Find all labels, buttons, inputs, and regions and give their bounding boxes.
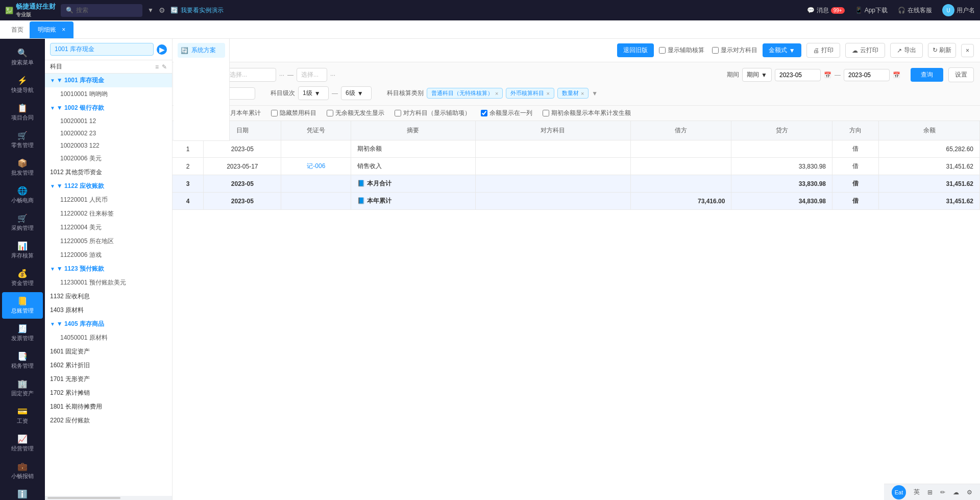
sidebar-item-inventory[interactable]: 📊 库存核算: [2, 237, 43, 264]
query-button[interactable]: 查询: [911, 68, 943, 82]
app-download-tool[interactable]: 📱 App下载: [855, 6, 888, 15]
search-dropdown-icon[interactable]: ▼: [148, 7, 154, 14]
tab-home[interactable]: 首页: [5, 21, 30, 38]
tree-item-1405[interactable]: ▼ 1405 库存商品: [45, 317, 172, 331]
tree-item-11220001[interactable]: 11220001 人民币: [45, 193, 172, 207]
style-button[interactable]: 金额式 ▼: [763, 43, 801, 57]
sidebar-item-retail[interactable]: 🛒 零售管理: [2, 127, 43, 153]
cell-voucher[interactable]: 记-006: [281, 158, 351, 175]
eat-button-area[interactable]: Eat: [892, 485, 906, 499]
tree-scrollbar[interactable]: [45, 496, 172, 500]
tree-item-1403[interactable]: 1403 原材料: [45, 303, 172, 317]
subject-type-dropdown[interactable]: ▼: [592, 90, 598, 97]
tab-detail-ledger[interactable]: 明细账 ×: [30, 21, 74, 38]
tree-item-1601[interactable]: 1601 固定资产: [45, 345, 172, 359]
tag-normal-subject[interactable]: 普通科目（无特殊核算） ×: [427, 88, 503, 99]
refresh-button[interactable]: ↻ 刷新: [928, 43, 956, 58]
tag-close-icon[interactable]: ×: [546, 90, 549, 97]
subject-end-more-icon[interactable]: ···: [330, 72, 335, 79]
check-balance-one-col[interactable]: 余额显示在一列: [481, 109, 532, 117]
period-from-input[interactable]: [775, 69, 821, 81]
level-to-select[interactable]: 6级 ▼: [341, 86, 372, 100]
level-from-select[interactable]: 1级 ▼: [298, 86, 329, 100]
export-button[interactable]: ↗ 导出: [890, 43, 923, 58]
tree-item-11220005[interactable]: 11220005 所在地区: [45, 234, 172, 248]
subject-end-input[interactable]: 选择...: [297, 68, 327, 82]
return-old-version-button[interactable]: 退回旧版: [617, 43, 654, 57]
sidebar-item-ecommerce[interactable]: 🌐 小畅电商: [2, 182, 43, 208]
settings-icon[interactable]: ⚙: [159, 6, 165, 14]
edit-icon[interactable]: ✏: [940, 489, 945, 496]
subject-more-icon[interactable]: ···: [279, 72, 284, 79]
tree-item-1801[interactable]: 1801 长期待摊费用: [45, 400, 172, 414]
print-button[interactable]: 🖨 打印: [806, 43, 840, 58]
tree-item-10020006[interactable]: 10020006 美元: [45, 152, 172, 165]
check-initial-balance[interactable]: 期初余额显示本年累计发生额: [543, 109, 631, 117]
tree-item-1001[interactable]: ▼ 1001 库存现金: [45, 74, 172, 87]
check-hide-disabled[interactable]: 隐藏禁用科目: [271, 109, 316, 117]
tree-item-1132[interactable]: 1132 应收利息: [45, 290, 172, 303]
sidebar-item-project[interactable]: 📋 项目合同: [2, 99, 43, 126]
tree-action-list[interactable]: ≡: [155, 63, 159, 70]
sidebar-item-payroll[interactable]: 💳 工资: [2, 402, 43, 429]
tab-close-icon[interactable]: ×: [62, 26, 65, 33]
tree-item-11220002[interactable]: 11220002 往来标签: [45, 207, 172, 221]
sidebar-item-expense[interactable]: 💼 小畅报销: [2, 458, 43, 484]
demo-link[interactable]: 🔄 我要看实例演示: [170, 6, 224, 15]
sidebar-item-basics[interactable]: ℹ️ 基础信息: [2, 485, 43, 500]
sidebar-item-tax[interactable]: 📑 税务管理: [2, 347, 43, 374]
tree-item-1123[interactable]: ▼ 1123 预付账款: [45, 262, 172, 276]
tree-item-1012[interactable]: 1012 其他货币资金: [45, 165, 172, 179]
tree-item-10020002[interactable]: 10020002 23: [45, 127, 172, 139]
subject-input[interactable]: 选择...: [225, 68, 276, 82]
tree-item-1702[interactable]: 1702 累计摊销: [45, 386, 172, 400]
check-opposite-subject[interactable]: 对方科目（显示辅助项）: [395, 109, 471, 117]
account-nav-arrow[interactable]: ▶: [157, 44, 167, 55]
tree-item-10020001[interactable]: 10020001 12: [45, 115, 172, 127]
tag-foreign-currency[interactable]: 外币核算科目 ×: [506, 88, 554, 99]
tree-item-1002[interactable]: ▼ 1002 银行存款: [45, 101, 172, 115]
tree-item-14050001[interactable]: 14050001 原材料: [45, 331, 172, 345]
sidebar-item-invoice[interactable]: 🧾 发票管理: [2, 320, 43, 346]
zoom-icon[interactable]: ⊞: [927, 489, 933, 496]
tree-action-edit[interactable]: ✎: [162, 63, 167, 70]
tag-close-icon[interactable]: ×: [495, 90, 498, 97]
user-avatar-area[interactable]: U 用户名: [942, 4, 975, 16]
language-toggle[interactable]: 英: [914, 488, 920, 496]
voucher-link[interactable]: 记-006: [307, 162, 325, 170]
tree-item-2202[interactable]: 2202 应付账款: [45, 414, 172, 427]
sidebar-item-wholesale[interactable]: 📦 批发管理: [2, 154, 43, 181]
sidebar-item-ledger[interactable]: 📒 总账管理: [2, 292, 43, 319]
sidebar-item-quick-nav[interactable]: ⚡ 快捷导航: [2, 72, 43, 98]
show-opposite-checkbox[interactable]: 显示对方科目: [712, 46, 757, 55]
message-tool[interactable]: 💬 消息 99+: [807, 6, 845, 15]
top-search[interactable]: 🔍 搜索: [61, 4, 142, 17]
sidebar-item-search[interactable]: 🔍 搜索菜单: [2, 44, 43, 70]
tree-item-11220004[interactable]: 11220004 美元: [45, 221, 172, 234]
cloud-icon[interactable]: ☁: [953, 489, 959, 496]
tree-item-10010001[interactable]: 10010001 哟哟哟: [45, 87, 172, 101]
tree-item-11220006[interactable]: 11220006 游戏: [45, 248, 172, 262]
tag-close-icon[interactable]: ×: [581, 90, 584, 97]
eat-icon[interactable]: Eat: [892, 485, 906, 499]
tree-item-10020003[interactable]: 10020003 122: [45, 139, 172, 152]
tree-item-1701[interactable]: 1701 无形资产: [45, 372, 172, 386]
cloud-print-button[interactable]: ☁ 云打印: [845, 43, 885, 58]
sidebar-item-purchase[interactable]: 🛒 采购管理: [2, 209, 43, 236]
show-auxiliary-checkbox[interactable]: 显示辅助核算: [659, 46, 704, 55]
close-panel-button[interactable]: ×: [961, 44, 974, 57]
online-service-tool[interactable]: 🎧 在线客服: [898, 6, 932, 15]
check-no-occurrence[interactable]: 无余额无发生显示: [327, 109, 384, 117]
tree-item-11230001[interactable]: 11230001 预付账款美元: [45, 276, 172, 290]
tree-item-1122[interactable]: ▼ 1122 应收账款: [45, 179, 172, 193]
tree-item-1602[interactable]: 1602 累计折旧: [45, 359, 172, 372]
sidebar-item-operations[interactable]: 📈 经营管理: [2, 430, 43, 457]
tag-quantity[interactable]: 数量材 ×: [557, 88, 589, 99]
scheme-item[interactable]: 🔄 系统方案: [178, 43, 225, 58]
period-type-select[interactable]: 期间 ▼: [742, 68, 772, 82]
setting-button[interactable]: 设置: [948, 67, 974, 82]
bottom-settings-icon[interactable]: ⚙: [967, 489, 972, 496]
sidebar-item-finance[interactable]: 💰 资金管理: [2, 265, 43, 291]
period-to-input[interactable]: [844, 69, 890, 81]
selected-account-tag[interactable]: 1001 库存现金: [50, 43, 154, 56]
